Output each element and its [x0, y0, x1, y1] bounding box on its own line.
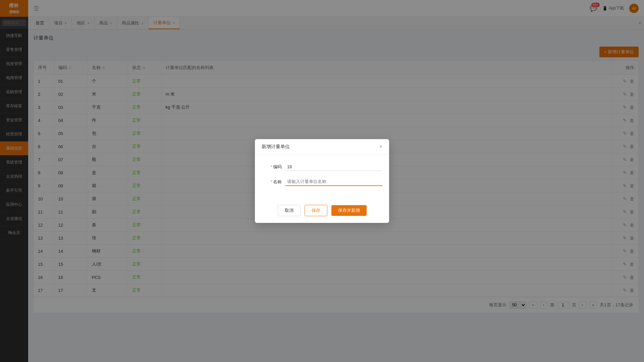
form-name-input[interactable] — [285, 178, 382, 186]
form-code-input[interactable] — [285, 163, 382, 171]
form-code-label: 编码 — [262, 164, 282, 170]
add-unit-modal: 新增计量单位 × 编码 名称 取消 保存 保存并新增 — [255, 139, 389, 223]
modal-cancel-button[interactable]: 取消 — [278, 205, 301, 216]
modal-body: 编码 名称 — [255, 155, 389, 201]
modal-footer: 取消 保存 保存并新增 — [255, 201, 389, 223]
modal-header: 新增计量单位 × — [255, 139, 389, 155]
form-row-code: 编码 — [262, 163, 382, 171]
modal-overlay: 新增计量单位 × 编码 名称 取消 保存 保存并新增 — [0, 0, 644, 362]
modal-save-new-button[interactable]: 保存并新增 — [331, 205, 367, 216]
modal-title: 新增计量单位 — [262, 144, 290, 150]
form-name-label: 名称 — [262, 179, 282, 185]
modal-save-button[interactable]: 保存 — [305, 205, 327, 216]
form-row-name: 名称 — [262, 178, 382, 186]
modal-close-button[interactable]: × — [379, 144, 382, 150]
